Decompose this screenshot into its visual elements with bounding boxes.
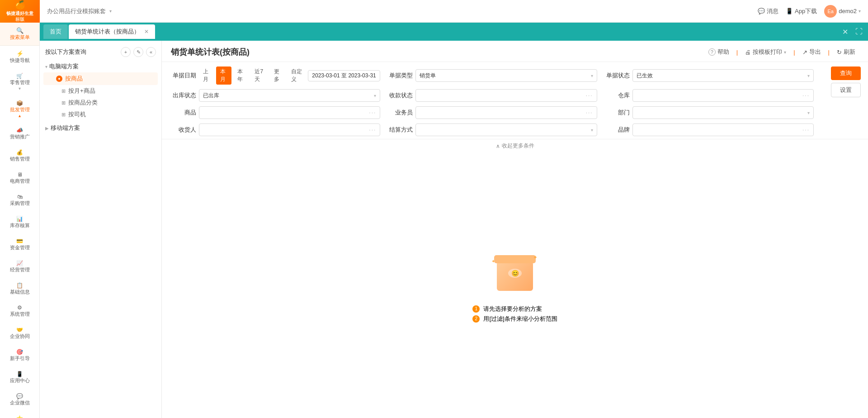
sidebar-item-quicknav[interactable]: ⚡ 快捷导航 (0, 46, 39, 68)
salesperson-label: 业务员 (387, 109, 413, 117)
wholesale-label: 批发管理 (2, 106, 38, 113)
sidebar-item-wechat[interactable]: 💬 企业微信 (0, 389, 39, 411)
payment-status-select[interactable]: ··· (415, 89, 597, 102)
tip1-text: 请先选择要分析的方案 (483, 305, 542, 313)
header-right: 💬 消息 📱 App下载 Ea demo2 ▾ (758, 5, 861, 18)
doc-type-select[interactable]: 销货单 ▾ (415, 69, 597, 82)
collapse-panel-btn[interactable]: « (146, 47, 156, 57)
grid-icon-1: ⊞ (61, 88, 66, 94)
tab-home[interactable]: 首页 (43, 24, 68, 39)
pc-group-header[interactable]: ▾ 电脑端方案 (43, 61, 158, 72)
sidebar-item-search[interactable]: 🔍 搜索菜单 (0, 23, 39, 46)
date-tab-current-month[interactable]: 本月 (216, 66, 231, 85)
scheme-item-by-category[interactable]: ⊞ 按商品分类 (51, 97, 158, 109)
collapse-label: 收起更多条件 (502, 142, 534, 150)
sidebar-item-retail[interactable]: 🛒 零售管理 ▾ (0, 68, 39, 95)
collapse-bar[interactable]: ∧ 收起更多条件 (162, 139, 868, 152)
date-tab-custom[interactable]: 自定义 (287, 66, 306, 85)
salesperson-select[interactable]: ··· (415, 106, 597, 119)
tab-maximize-icon[interactable]: ⛶ (854, 26, 864, 38)
brand-ellipsis-icon: ··· (802, 127, 810, 133)
scheme-label-cashier: 按司机 (68, 110, 86, 119)
sidebar-item-cooperation[interactable]: 🤝 企业协同 (0, 322, 39, 344)
sidebar-item-ecommerce[interactable]: 🖥 电商管理 (0, 167, 39, 189)
doc-status-select[interactable]: 已生效 ▾ (632, 69, 814, 82)
message-btn[interactable]: 💬 消息 (758, 7, 778, 15)
scheme-item-by-product[interactable]: ● 按商品 (43, 72, 158, 85)
ecommerce-label: 电商管理 (2, 178, 38, 185)
refresh-btn[interactable]: ↻ 刷新 (833, 46, 859, 58)
edit-scheme-btn[interactable]: ✎ (133, 47, 143, 57)
date-range-value: 2023-03-01 至 2023-03-31 (312, 72, 376, 79)
sidebar-item-basic[interactable]: 📋 基础信息 (0, 278, 39, 300)
date-tab-last-month[interactable]: 上月 (199, 66, 214, 85)
sidebar-item-finance[interactable]: 💳 资金管理 (0, 233, 39, 256)
export-btn[interactable]: ↗ 导出 (799, 46, 825, 58)
department-select[interactable]: ▾ (632, 106, 814, 119)
sidebar-item-appstore[interactable]: 📱 应用中心 (0, 366, 39, 389)
query-btn[interactable]: 查询 (831, 66, 861, 80)
workspace-label: 办公用品行业模拟账套 (47, 7, 106, 15)
add-scheme-btn[interactable]: + (121, 47, 131, 57)
product-select[interactable]: ··· (199, 106, 380, 119)
scheme-item-by-month-product[interactable]: ⊞ 按月+商品 (51, 85, 158, 97)
sidebar: 🍊 畅捷通好生意 标版 🔍 搜索菜单 ⚡ 快捷导航 🛒 零售管理 ▾ 📦 批发管… (0, 0, 40, 418)
stock-status-select[interactable]: 已出库 ▾ (199, 89, 380, 102)
warehouse-ellipsis-icon: ··· (802, 92, 810, 99)
left-panel-title: 按以下方案查询 (45, 48, 86, 56)
print-icon: 🖨 (745, 49, 751, 56)
top-header: 办公用品行业模拟账套 ▾ 💬 消息 📱 App下载 Ea demo2 ▾ (40, 0, 868, 23)
sidebar-item-member[interactable]: ⭐ 畅会员 (0, 411, 39, 418)
print-chevron-icon: ▾ (784, 50, 786, 55)
sidebar-item-inventory[interactable]: 📊 库存核算 (0, 211, 39, 233)
warehouse-select[interactable]: ··· (632, 89, 814, 102)
settings-btn[interactable]: 设置 (831, 83, 861, 97)
sales-stat-tab-label: 销货单统计表（按商品） (75, 28, 140, 36)
sparkle-2: ✦ (491, 259, 495, 264)
purchase-icon: 🛍 (2, 194, 38, 200)
date-tab-more[interactable]: 更多 (270, 66, 285, 85)
sidebar-item-guide[interactable]: 🎯 新手引导 (0, 344, 39, 366)
filter-salesperson: 业务员 ··· (380, 106, 597, 119)
download-btn[interactable]: 📱 App下载 (786, 7, 817, 15)
message-icon: 💬 (758, 8, 765, 14)
sidebar-item-system[interactable]: ⚙ 系统管理 (0, 300, 39, 322)
empty-state: 😊 ✦ ✦ 1 请先选择要分析的方案 2 用[过滤]条件来缩小分析范围 (162, 154, 868, 418)
chevron-up-icon: ▴ (2, 113, 38, 118)
message-label: 消息 (767, 7, 778, 15)
mobile-group-header[interactable]: ▶ 移动端方案 (43, 122, 158, 134)
workspace-selector[interactable]: 办公用品行业模拟账套 ▾ (47, 7, 112, 15)
date-range-input[interactable]: 2023-03-01 至 2023-03-31 (308, 70, 380, 81)
settlement-select[interactable]: ▾ (415, 124, 597, 136)
guide-label: 新手引导 (2, 355, 38, 362)
left-panel-actions: + ✎ « (121, 47, 156, 57)
date-tab-current-year[interactable]: 本年 (233, 66, 249, 85)
filter-row-4: 收货人 ··· 结算方式 ▾ (171, 124, 814, 136)
tab-sales-stat[interactable]: 销货单统计表（按商品） ✕ (69, 24, 155, 39)
tab-close-icon[interactable]: ✕ (144, 28, 149, 35)
left-panel: 按以下方案查询 + ✎ « ▾ 电脑端方案 (40, 41, 162, 418)
scheme-label-category: 按商品分类 (68, 99, 98, 107)
cooperation-label: 企业协同 (2, 333, 38, 340)
help-icon: ? (708, 48, 716, 56)
brand-select[interactable]: ··· (632, 124, 814, 136)
date-tab-7days[interactable]: 近7天 (250, 66, 268, 85)
filter-row-3: 商品 ··· 业务员 ··· (171, 106, 814, 119)
help-btn[interactable]: ? 帮助 (705, 46, 733, 58)
date-control: 上月 本月 本年 近7天 更多 自定义 2023-03-01 至 2023-03… (199, 66, 380, 85)
sidebar-item-wholesale[interactable]: 📦 批发管理 ▴ (0, 95, 39, 123)
quicknav-icon: ⚡ (2, 50, 38, 57)
sidebar-item-marketing[interactable]: 📣 营销推广 (0, 123, 39, 145)
main-area: 办公用品行业模拟账套 ▾ 💬 消息 📱 App下载 Ea demo2 ▾ 首页 … (40, 0, 868, 418)
template-print-btn[interactable]: 🖨 按模板打印 ▾ (741, 46, 790, 58)
scheme-item-by-cashier[interactable]: ⊞ 按司机 (51, 109, 158, 120)
user-menu[interactable]: Ea demo2 ▾ (824, 5, 861, 18)
logo-icon: 🍊 (15, 0, 25, 10)
receiver-select[interactable]: ··· (199, 124, 380, 136)
mobile-group-label: 移动端方案 (51, 124, 80, 132)
sidebar-item-purchase[interactable]: 🛍 采购管理 (0, 189, 39, 211)
sidebar-item-operation[interactable]: 📈 经营管理 (0, 256, 39, 278)
tab-close-window-icon[interactable]: ✕ (840, 26, 850, 38)
sidebar-item-sales[interactable]: 💰 销售管理 (0, 145, 39, 167)
sparkle-1: ✦ (533, 254, 538, 261)
